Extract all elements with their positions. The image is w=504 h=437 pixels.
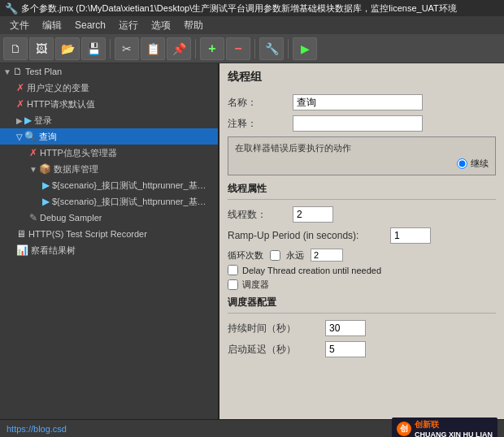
httpsrecorder-label: HTTP(S) Test Script Recorder (28, 229, 147, 239)
delay-checkbox[interactable] (228, 265, 238, 275)
panel-title: 线程组 (228, 70, 496, 88)
threadcount-label: 线程数： (228, 208, 293, 222)
thread-props-title: 线程属性 (228, 182, 496, 196)
forever-checkbox[interactable] (270, 250, 280, 261)
userdefined-label: 用户定义的变量 (27, 82, 89, 94)
testplan-icon: 🗋 (13, 66, 23, 77)
tree-item-httpdefaults[interactable]: ✗ HTTP请求默认值 (0, 96, 218, 112)
sep2 (195, 39, 196, 58)
tree-item-query[interactable]: ▽ 🔍 查询 (0, 128, 218, 145)
duration-input[interactable] (325, 320, 366, 336)
menu-run[interactable]: 运行 (112, 16, 145, 34)
threadcount-row: 线程数： (228, 206, 496, 223)
expand-login: ▶ (16, 116, 23, 125)
copy-button[interactable]: 📋 (141, 37, 165, 60)
scheduler-checkbox[interactable] (228, 279, 238, 290)
continue-radio[interactable] (457, 158, 467, 169)
loopcount-row: 循环次数 永远 (228, 249, 496, 262)
comment-input[interactable] (293, 115, 423, 132)
tree-item-dbmgr[interactable]: ▼ 📦 数据库管理 (0, 161, 218, 177)
error-action-radio-row: 继续 (235, 158, 489, 170)
tree-item-viewresults[interactable]: 📊 察看结果树 (0, 242, 218, 258)
startupdelay-input[interactable] (325, 341, 366, 357)
delay-row: Delay Thread creation until needed (228, 265, 496, 275)
expand-testplan: ▼ (3, 67, 11, 76)
login-label: 登录 (34, 115, 52, 127)
title-bar: 🔧 多个参数.jmx (D:\MyData\xietian1\Desktop\生… (0, 0, 504, 16)
httpheader-label: HTTP信息头管理器 (40, 147, 117, 159)
tree-item-testplan[interactable]: ▼ 🗋 Test Plan (0, 63, 218, 80)
dbmgr-label: 数据库管理 (54, 163, 98, 175)
status-url: https://blog.csd (7, 424, 67, 434)
login-icon: ▶ (24, 115, 32, 126)
tree-panel: ▼ 🗋 Test Plan ✗ 用户定义的变量 ✗ HTTP请求默认值 ▶ ▶ … (0, 63, 219, 419)
scenario2-label: ${scenario}_接口测试_httprunner_基础配置 (52, 196, 215, 208)
viewresults-icon: 📊 (16, 244, 28, 256)
loopcount-input[interactable] (311, 249, 343, 262)
expand-dbmgr: ▼ (29, 165, 37, 174)
tree-item-scenario1[interactable]: ▶ ${scenario}_接口测试_httprunner_基础配置 (0, 177, 218, 193)
menu-file[interactable]: 文件 (3, 16, 36, 34)
sep4 (288, 39, 289, 58)
threadcount-input[interactable] (293, 206, 333, 223)
scenario1-label: ${scenario}_接口测试_httprunner_基础配置 (52, 180, 215, 192)
menu-search[interactable]: Search (68, 16, 112, 34)
tree-item-httpsrecorder[interactable]: 🖥 HTTP(S) Test Script Recorder (0, 226, 218, 242)
divider2 (228, 313, 496, 314)
debugsampler-label: Debug Sampler (40, 213, 102, 223)
sep1 (110, 39, 111, 58)
startupdelay-row: 启动延迟（秒） (228, 341, 496, 357)
name-input[interactable] (293, 94, 423, 110)
query-label: 查询 (39, 131, 57, 143)
scheduler-row: 调度器 (228, 279, 496, 291)
userdefined-icon: ✗ (16, 82, 24, 93)
remove-button[interactable]: − (226, 37, 250, 60)
loopcount-label: 循环次数 (228, 249, 263, 262)
toolbar: 🗋 🖼 📂 💾 ✂ 📋 📌 + − 🔧 ▶ (0, 34, 504, 63)
delay-label: Delay Thread creation until needed (242, 266, 381, 275)
templates-button[interactable]: 🖼 (29, 37, 54, 60)
watermark-line2: CHUANG XIN HU LIAN (415, 431, 493, 438)
start-button[interactable]: ▶ (293, 37, 317, 60)
rampup-input[interactable] (390, 227, 431, 244)
scheduler-config-title: 调度器配置 (228, 296, 496, 309)
continue-label: 继续 (471, 158, 489, 170)
name-row: 名称： (228, 94, 496, 110)
config-panel: 线程组 名称： 注释： 在取样器错误后要执行的动作 继续 线程属性 线程数： R… (219, 63, 504, 419)
watermark: 创 创新联 CHUANG XIN HU LIAN (392, 418, 497, 438)
tree-item-userdefined[interactable]: ✗ 用户定义的变量 (0, 80, 218, 96)
scenario2-icon: ▶ (42, 196, 50, 207)
divider1 (228, 199, 496, 200)
new-button[interactable]: 🗋 (3, 37, 28, 60)
watermark-text: 创新联 CHUANG XIN HU LIAN (415, 419, 493, 438)
add-button[interactable]: + (200, 37, 224, 60)
viewresults-label: 察看结果树 (31, 244, 76, 257)
testplan-label: Test Plan (25, 67, 62, 76)
debugsampler-icon: ✎ (29, 212, 37, 223)
tree-item-debugsampler[interactable]: ✎ Debug Sampler (0, 210, 218, 226)
title-icon: 🔧 (5, 2, 18, 15)
tree-item-login[interactable]: ▶ ▶ 登录 (0, 112, 218, 128)
toggle-button[interactable]: 🔧 (259, 37, 284, 60)
tree-item-scenario2[interactable]: ▶ ${scenario}_接口测试_httprunner_基础配置 (0, 193, 218, 210)
menu-options[interactable]: 选项 (145, 16, 177, 34)
paste-button[interactable]: 📌 (167, 37, 191, 60)
menu-bar: 文件 编辑 Search 运行 选项 帮助 (0, 16, 504, 34)
error-action-title: 在取样器错误后要执行的动作 (235, 142, 489, 154)
open-button[interactable]: 📂 (55, 37, 80, 60)
menu-edit[interactable]: 编辑 (36, 16, 68, 34)
sep3 (254, 39, 255, 58)
tree-item-httpheader[interactable]: ✗ HTTP信息头管理器 (0, 145, 218, 161)
duration-row: 持续时间（秒） (228, 320, 496, 336)
title-text: 多个参数.jmx (D:\MyData\xietian1\Desktop\生产测… (21, 2, 457, 15)
main-container: ▼ 🗋 Test Plan ✗ 用户定义的变量 ✗ HTTP请求默认值 ▶ ▶ … (0, 63, 504, 419)
comment-row: 注释： (228, 115, 496, 132)
status-bar: https://blog.csd 创 创新联 CHUANG XIN HU LIA… (0, 419, 504, 437)
comment-label: 注释： (228, 117, 293, 131)
duration-label: 持续时间（秒） (228, 322, 325, 335)
cut-button[interactable]: ✂ (115, 37, 139, 60)
startupdelay-label: 启动延迟（秒） (228, 343, 325, 357)
menu-help[interactable]: 帮助 (177, 16, 210, 34)
save-button[interactable]: 💾 (81, 37, 106, 60)
expand-query: ▽ (16, 132, 23, 141)
